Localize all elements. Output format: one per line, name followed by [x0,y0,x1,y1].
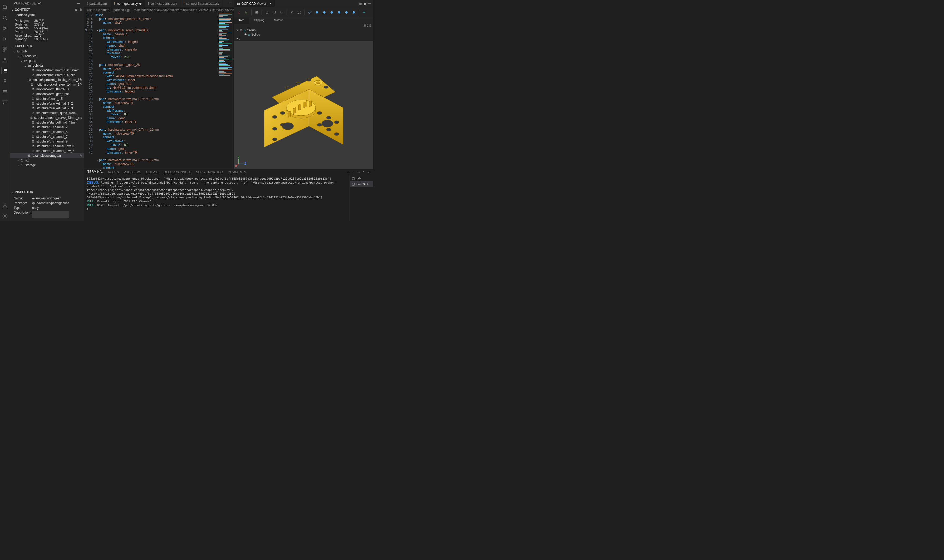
axes1-icon[interactable]: ⟀ [235,9,242,16]
viewer-tab[interactable]: ▦ OCP CAD Viewer × [234,0,275,7]
tree-item[interactable]: 🗎structure/u_channel_2 [10,125,84,129]
inspector-header[interactable]: ⌄INSPECTOR [10,189,84,195]
gear-icon[interactable] [2,213,8,219]
run-icon[interactable] [2,36,8,42]
search-icon[interactable] [2,15,8,21]
explorer-header[interactable]: ⌄EXPLORER [10,43,84,49]
test-icon[interactable] [2,57,8,63]
panel-tab[interactable]: SERIAL MONITOR [196,171,223,174]
tree-item[interactable]: ›🗀storage [10,163,84,168]
tree-item[interactable]: 🗎structure/beam_15 [10,96,84,101]
add-icon[interactable]: + [347,171,349,174]
description-input[interactable] [32,211,69,218]
tree-item[interactable]: 🗎structure/u_channel_5 [10,129,84,134]
more-icon[interactable]: ⋯ [77,2,80,5]
close-icon[interactable]: × [269,2,271,6]
minimap[interactable] [218,13,234,169]
partcad-icon[interactable] [2,68,8,74]
tree-item[interactable]: ⌄🗁robotics [10,54,84,58]
panel-tab[interactable]: OUTPUT [146,171,159,174]
extensions-icon[interactable] [2,46,8,53]
fit-icon[interactable]: ⛶ [296,9,303,16]
viewer-subtab[interactable]: Tree [234,17,249,24]
model-render[interactable] [256,58,351,152]
tree-item[interactable]: 🗎structure/u_channel_7 [10,134,84,139]
viewer-tree-item[interactable]: 👁⧈Solids [236,32,371,37]
eye-icon[interactable]: 👁 [244,33,247,36]
explorer-icon[interactable] [2,4,8,11]
tree-item[interactable]: 🗎structure/u_channel_low_7 [10,149,84,153]
open-icon[interactable]: ⧉ [75,8,77,12]
box1-icon[interactable]: ◻ [263,9,270,16]
front-icon[interactable]: ⬢ [314,9,320,16]
edit-icon[interactable]: ✎ [80,154,82,157]
terminal-output[interactable]: 595abf83b/structure/mount_quad_block.ste… [84,175,349,221]
breadcrumb[interactable]: Users › clairbee › .partcad › git › e9dc… [84,8,234,13]
layout-icon[interactable]: ▣ [363,2,366,6]
tree-item[interactable]: ›🗀std [10,158,84,163]
split-icon[interactable]: ◫ [359,2,362,6]
code-content[interactable]: links: - part: motion/shaft_8mmREX_72mm … [95,13,218,169]
tree-item[interactable]: 🗎structure/mount_quad_block [10,111,84,115]
explode-icon[interactable]: ✦ [361,9,367,16]
panel-tab[interactable]: PROBLEMS [124,171,141,174]
context-header[interactable]: ⌄CONTEXT ⧉↻ [10,7,84,13]
tree-item[interactable]: ⌄🗁parts [10,58,84,63]
tree-item[interactable]: 🗎examples/wormgear✎ [10,153,84,158]
tree-item[interactable]: 🗎motion/shaft_8mmREX_80mm [10,68,84,73]
tree-item[interactable]: 🗎motion/sprocket_plastic_14mm_16t [10,77,84,82]
tree-item[interactable]: 🗎structure/u_channel_9 [10,139,84,144]
viewer-canvas[interactable]: Y Z X [234,42,373,169]
tree-item[interactable]: 🗎structure/u_channel_low_3 [10,144,84,149]
iso-icon[interactable]: ⬡ [306,9,313,16]
tree-item[interactable]: 🗎motion/worm_8mmREX [10,87,84,92]
reset-icon[interactable]: ⟲ [288,9,295,16]
editor-tab[interactable]: !wormgear.assy [111,0,145,7]
more-icon[interactable]: ⋯ [228,2,232,6]
editor-tab[interactable]: !connect-ports.assy [145,0,180,7]
panel-tab[interactable]: DEBUG CONSOLE [164,171,192,174]
axes2-icon[interactable]: ⟀ [243,9,250,16]
bottom-icon[interactable]: ⬢ [335,9,343,16]
back-icon[interactable]: ⬢ [321,9,327,16]
tree-item[interactable]: 🗎motion/sprocket_steel_14mm_14t [10,82,84,87]
terminal-shell[interactable]: ▢zsh [350,175,373,181]
tree-item[interactable]: 🗎structure/bracket_flat_2_3 [10,106,84,111]
chevron-up-icon[interactable]: ⌃ [363,171,365,174]
grid-icon[interactable]: ⊞ [253,9,260,16]
refresh-icon[interactable]: ↻ [80,8,82,12]
python-icon[interactable] [2,78,8,84]
top-icon[interactable]: ⬢ [328,9,335,16]
scm-icon[interactable] [2,25,8,32]
tree-item[interactable]: 🗎motion/worm_gear_28t [10,92,84,96]
viewer-subtab[interactable]: Clipping [249,17,269,24]
editor-tab[interactable]: !partcad.yaml [84,0,111,7]
tree-item[interactable]: ⌄🗁pub [10,49,84,54]
panel-tab[interactable]: PORTS [108,171,119,174]
close-icon[interactable]: × [368,171,369,174]
tree-item[interactable]: 🗎structure/bracket_flat_1_2 [10,101,84,106]
mesh-icon[interactable]: ⧈ [244,28,246,32]
more-icon[interactable]: ⋯ [368,2,371,6]
viewer-tree-item[interactable]: ▼👁⧈Group [236,28,371,32]
account-icon[interactable] [2,202,8,209]
box3-icon[interactable]: ❒ [278,9,285,16]
panel-tab[interactable]: TERMINAL [88,170,103,174]
panel-tab[interactable]: COMMENTS [228,171,246,174]
right-icon[interactable]: ⬢ [350,9,357,16]
tree-item[interactable]: 🗎structure/mount_servo_43mm_std [10,115,84,120]
eye-icon[interactable]: 👁 [240,28,243,32]
more-icon[interactable]: ⋯ [357,171,360,174]
chevron-down-icon[interactable]: ⌄ [351,171,354,174]
editor-tab[interactable]: !connect-interfaces.assy [180,0,223,7]
tree-item[interactable]: ⌄🗁gobilda [10,63,84,68]
chat-icon[interactable] [2,99,8,105]
code-editor[interactable]: 1 2 3 4 5 6 7 8 9 10 11 12 13 14 15 16 1… [84,13,234,169]
tree-item[interactable]: 🗎structure/standoff_m4_43mm [10,120,84,125]
terminal-shell[interactable]: ▢PartCAD [350,181,373,187]
box2-icon[interactable]: ❒ [271,9,278,16]
settings-ext-icon[interactable] [2,89,8,95]
tree-item[interactable]: 🗎motion/shaft_8mmREX_clip [10,73,84,77]
left-icon[interactable]: ⬢ [343,9,350,16]
viewer-subtab[interactable]: Material [269,17,289,24]
